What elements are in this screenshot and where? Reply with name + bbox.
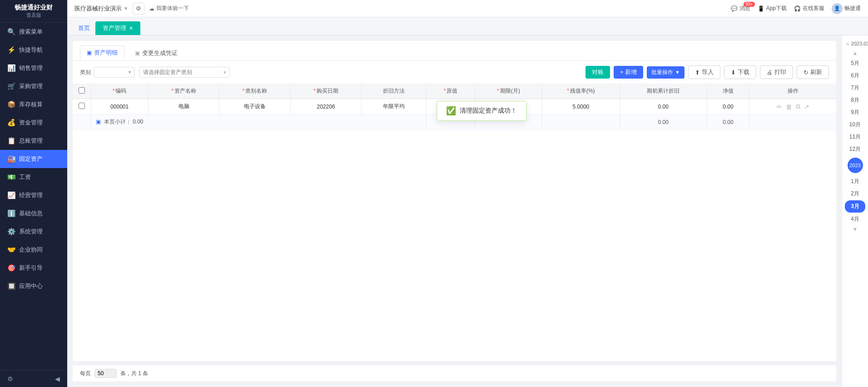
cal-month-3-active[interactable]: 3月 [845, 200, 865, 213]
subtotal-icon: ▣ [96, 119, 101, 125]
fixed-assets-icon: 🏭 [7, 155, 15, 163]
row-checkbox[interactable] [79, 103, 85, 109]
sidebar-item-guide[interactable]: 🎯 新手引导 [0, 259, 67, 277]
print-button[interactable]: 🖨 打印 [760, 65, 793, 79]
category-select[interactable] [94, 67, 134, 78]
refresh-button[interactable]: ↻ 刷新 [797, 65, 829, 79]
sidebar-item-basic-info[interactable]: ℹ️ 基础信息 [0, 204, 67, 223]
toolbar-right: 对账 + 新增 批量操作 ▼ ⬆ 导入 ⬇ 下载 [585, 65, 829, 79]
col-category: *类别名称 [219, 84, 291, 99]
cal-month-1[interactable]: 1月 [842, 175, 868, 188]
app-edition: 普及版 [26, 12, 41, 19]
search-icon: 🔍 [7, 28, 15, 36]
top-header: 医疗器械行业演示 ▼ ⚙ ☁ 我要体验一下 💬 消息 99+ 📱 App下载 🎧… [67, 0, 868, 17]
sidebar-item-label: 经营管理 [19, 191, 43, 199]
import-label: 导入 [702, 68, 714, 76]
per-page-select[interactable]: 50 100 [94, 369, 117, 378]
edit-icon[interactable]: ✏ [777, 103, 782, 110]
reconcile-button[interactable]: 对账 [585, 66, 610, 79]
cal-month-12[interactable]: 12月 [842, 143, 868, 155]
category-filter-input[interactable] [139, 67, 230, 78]
sidebar-item-fixed-assets[interactable]: 🏭 固定资产 [0, 150, 67, 168]
cal-month-6[interactable]: 6月 [842, 69, 868, 82]
sidebar-item-operations[interactable]: 📈 经营管理 [0, 186, 67, 204]
cell-purchase-date: 202206 [290, 99, 362, 114]
calendar-panel: » 2023.03 ▲ 5月 6月 7月 8月 9月 10月 11月 12月 2… [842, 35, 868, 387]
sidebar-item-ledger[interactable]: 📋 总账管理 [0, 132, 67, 150]
quicknav-icon: ⚡ [7, 46, 15, 54]
app-download-label: App下载 [766, 5, 787, 12]
sidebar-item-app-center[interactable]: 🔲 应用中心 [0, 277, 67, 295]
payroll-icon: 💵 [7, 173, 15, 181]
new-button[interactable]: + 新增 [614, 66, 643, 79]
close-tab-icon[interactable]: ✕ [129, 25, 133, 31]
sub-tab-change-voucher[interactable]: ▣ 变更生成凭证 [128, 45, 184, 60]
app-download-button[interactable]: 📱 App下载 [758, 5, 787, 12]
row-actions: ✏ 🗑 ⧉ ↗ [754, 103, 832, 110]
cal-month-9[interactable]: 9月 [842, 106, 868, 119]
bottom-scrollbar[interactable] [73, 361, 836, 365]
toast-check-icon: ✅ [446, 106, 456, 116]
sidebar-item-label: 库存核算 [19, 100, 43, 109]
sidebar-item-search[interactable]: 🔍 搜索菜单 [0, 23, 67, 41]
sub-tab-asset-detail[interactable]: ▣ 资产明细 [80, 45, 124, 60]
sidebar-item-collab[interactable]: 🤝 企业协同 [0, 241, 67, 259]
sidebar-item-finance[interactable]: 💰 资金管理 [0, 114, 67, 132]
service-icon: 🎧 [794, 5, 801, 12]
content-panel: ▣ 资产明细 ▣ 变更生成凭证 类别 [73, 41, 836, 382]
copy-icon[interactable]: ⧉ [796, 103, 800, 110]
col-purchase-date: *购买日期 [290, 84, 362, 99]
cal-month-4[interactable]: 4月 [842, 213, 868, 225]
cal-month-10[interactable]: 10月 [842, 119, 868, 131]
table-wrap: ✅ 清理固定资产成功！ *编码 *资产名称 *类别名称 *购买日期 [73, 84, 836, 361]
cal-month-2[interactable]: 2月 [842, 188, 868, 200]
cal-month-7[interactable]: 7月 [842, 82, 868, 94]
calendar-collapse-button[interactable]: » [844, 39, 851, 48]
col-original-value: *原值 [427, 84, 475, 99]
calendar-down-button[interactable]: ▼ [853, 225, 858, 233]
sidebar-item-quicknav[interactable]: ⚡ 快捷导航 [0, 41, 67, 59]
online-service-button[interactable]: 🎧 在线客服 [794, 5, 824, 12]
settings-icon[interactable]: ⚙ [7, 375, 13, 382]
sidebar-item-payroll[interactable]: 💵 工资 [0, 168, 67, 186]
pagination-bar: 每页 50 100 条，共 1 条 [73, 365, 836, 382]
cal-month-11[interactable]: 11月 [842, 131, 868, 143]
col-code: *编码 [91, 84, 148, 99]
change-voucher-icon: ▣ [135, 50, 140, 56]
download-icon: ⬇ [731, 69, 736, 76]
collapse-icon[interactable]: ◀ [55, 375, 60, 382]
gear-button[interactable]: ⚙ [133, 3, 144, 15]
sidebar-item-inventory[interactable]: 📦 库存核算 [0, 95, 67, 114]
download-button[interactable]: ⬇ 下载 [724, 65, 756, 79]
user-menu[interactable]: 👤 畅捷通 [832, 3, 861, 14]
sidebar-item-label: 快捷导航 [19, 46, 43, 54]
avatar: 👤 [832, 3, 843, 14]
company-selector[interactable]: 医疗器械行业演示 ▼ [74, 5, 128, 13]
cal-month-8[interactable]: 8月 [842, 94, 868, 106]
tab-home[interactable]: 首页 [74, 21, 94, 35]
more-icon[interactable]: ↗ [804, 103, 809, 110]
sidebar-item-purchase[interactable]: 🛒 采购管理 [0, 77, 67, 95]
select-all-checkbox[interactable] [79, 87, 85, 94]
operations-icon: 📈 [7, 191, 15, 199]
experience-button[interactable]: ☁ 我要体验一下 [149, 5, 189, 12]
calendar-up-button[interactable]: ▲ [853, 49, 858, 57]
toast-message: 清理固定资产成功！ [460, 107, 517, 115]
import-button[interactable]: ⬆ 导入 [688, 65, 720, 79]
app-name: 畅捷通好业财 [15, 4, 53, 12]
batch-chevron-icon: ▼ [675, 69, 680, 75]
sidebar-item-label: 工资 [19, 173, 31, 181]
purchase-icon: 🛒 [7, 82, 15, 90]
sidebar-item-system[interactable]: ⚙️ 系统管理 [0, 223, 67, 241]
sidebar-item-sales[interactable]: 📊 销售管理 [0, 59, 67, 77]
cal-month-5[interactable]: 5月 [842, 57, 868, 69]
year-badge[interactable]: 2023 [848, 158, 863, 173]
delete-icon[interactable]: 🗑 [786, 103, 792, 110]
tab-asset-management[interactable]: 资产管理 ✕ [95, 21, 140, 35]
sidebar-item-label: 新手引导 [19, 264, 43, 272]
batch-button[interactable]: 批量操作 ▼ [647, 66, 684, 79]
sidebar-logo: 畅捷通好业财 普及版 [0, 0, 67, 23]
sub-tabs: ▣ 资产明细 ▣ 变更生成凭证 [73, 41, 836, 61]
sidebar-item-label: 固定资产 [19, 155, 43, 163]
message-button[interactable]: 💬 消息 99+ [731, 5, 750, 12]
